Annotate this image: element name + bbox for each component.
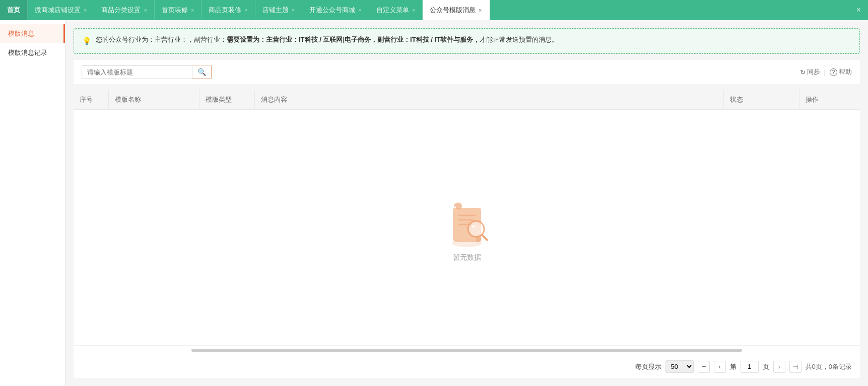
page-suffix: 页 (763, 362, 769, 371)
th-seq: 序号 (74, 90, 109, 109)
search-button[interactable]: 🔍 (192, 65, 212, 79)
table-container: 序号 模版名称 模版类型 消息内容 状态 操作 (74, 90, 860, 378)
help-label: 帮助 (839, 67, 852, 76)
sidebar: 模版消息 模版消息记录 (0, 20, 65, 386)
empty-state: 暂无数据 (74, 110, 860, 345)
notice-highlight: 需要设置为：主营行业：IT科技 / 互联网|电子商务，副营行业：IT科技 / I… (227, 36, 480, 43)
tab-category-settings-label: 商品分类设置 (101, 6, 141, 15)
notice-text: 您的公众号行业为：主营行业：，副营行业：需要设置为：主营行业：IT科技 / 互联… (96, 35, 851, 45)
help-button[interactable]: ? 帮助 (830, 67, 852, 76)
last-page-icon: ⊣ (793, 363, 798, 370)
tab-shop-theme-label: 店铺主题 (262, 6, 289, 15)
top-nav: 首页 微商城店铺设置 × 商品分类设置 × 首页装修 × 商品页装修 × 店铺主… (0, 0, 868, 20)
prev-page-button[interactable]: ‹ (714, 361, 726, 373)
tab-shop-settings-label: 微商城店铺设置 (35, 6, 81, 15)
notice-prefix: 您的公众号行业为：主营行业：，副营行业： (96, 36, 227, 43)
search-right: ↻ 同步 | ? 帮助 (800, 67, 852, 76)
tab-open-mall-close[interactable]: × (358, 7, 361, 13)
sync-label: 同步 (807, 67, 820, 76)
tab-open-mall[interactable]: 开通公众号商城 × (302, 0, 369, 20)
empty-illustration (437, 193, 497, 253)
sidebar-item-template-record[interactable]: 模版消息记录 (0, 43, 65, 62)
tab-custom-menu[interactable]: 自定义菜单 × (369, 0, 423, 20)
last-page-button[interactable]: ⊣ (789, 361, 802, 373)
sidebar-item-template-msg-label: 模版消息 (8, 30, 34, 37)
first-page-button[interactable]: ⊢ (698, 361, 710, 373)
sync-button[interactable]: ↻ 同步 (800, 67, 820, 76)
tab-category-settings[interactable]: 商品分类设置 × (94, 0, 154, 20)
fake-scrollbar[interactable] (191, 349, 742, 352)
tab-product-decor-label: 商品页装修 (209, 6, 241, 15)
search-left: 🔍 (82, 65, 212, 79)
th-name: 模版名称 (109, 90, 199, 109)
tab-template-msg-label: 公众号模版消息 (430, 6, 476, 15)
notice-suffix: 才能正常发送预置的消息。 (480, 36, 558, 43)
scrollbar-row (74, 345, 860, 355)
help-icon: ? (830, 68, 837, 76)
prev-page-icon: ‹ (719, 363, 721, 370)
th-action: 操作 (799, 90, 860, 109)
pagination: 每页显示 10 20 50 100 ⊢ ‹ 第 页 › (74, 355, 860, 378)
tab-template-msg[interactable]: 公众号模版消息 × (423, 0, 489, 20)
page-prefix: 第 (730, 362, 737, 371)
next-page-icon: › (778, 363, 780, 370)
empty-text: 暂无数据 (453, 253, 481, 262)
page-input[interactable] (741, 361, 759, 373)
notice-banner: 💡 您的公众号行业为：主营行业：，副营行业：需要设置为：主营行业：IT科技 / … (74, 28, 860, 54)
tab-home[interactable]: 首页 (0, 0, 28, 20)
content-area: 💡 您的公众号行业为：主营行业：，副营行业：需要设置为：主营行业：IT科技 / … (65, 20, 868, 386)
sync-icon: ↻ (800, 68, 806, 76)
notice-icon: 💡 (82, 35, 92, 47)
search-icon: 🔍 (197, 68, 206, 76)
th-content: 消息内容 (255, 90, 724, 109)
tab-shop-settings[interactable]: 微商城店铺设置 × (28, 0, 94, 20)
th-status: 状态 (724, 90, 799, 109)
tab-home-decor-close[interactable]: × (191, 7, 194, 13)
tab-shop-settings-close[interactable]: × (84, 7, 87, 13)
page-total: 共0页，0条记录 (806, 362, 852, 371)
tab-home-decor-label: 首页装修 (162, 6, 188, 15)
svg-point-8 (472, 225, 475, 228)
search-row: 🔍 ↻ 同步 | ? 帮助 (74, 60, 860, 84)
tab-custom-menu-close[interactable]: × (412, 7, 415, 13)
th-type: 模版类型 (199, 90, 255, 109)
tab-home-label: 首页 (7, 6, 20, 15)
next-page-button[interactable]: › (773, 361, 785, 373)
tab-home-decor[interactable]: 首页装修 × (155, 0, 202, 20)
sidebar-item-template-record-label: 模版消息记录 (8, 49, 47, 56)
tab-shop-theme[interactable]: 店铺主题 × (255, 0, 302, 20)
tab-product-decor-close[interactable]: × (244, 7, 247, 13)
tab-category-settings-close[interactable]: × (144, 7, 147, 13)
page-size-label: 每页显示 (635, 362, 661, 371)
page-size-select[interactable]: 10 20 50 100 (665, 360, 694, 373)
tab-product-decor[interactable]: 商品页装修 × (202, 0, 255, 20)
table-header: 序号 模版名称 模版类型 消息内容 状态 操作 (74, 90, 860, 110)
global-close-button[interactable]: × (849, 6, 868, 15)
main-layout: 模版消息 模版消息记录 💡 您的公众号行业为：主营行业：，副营行业：需要设置为：… (0, 20, 868, 386)
tab-custom-menu-label: 自定义菜单 (376, 6, 409, 15)
first-page-icon: ⊢ (701, 363, 706, 370)
sidebar-item-template-msg[interactable]: 模版消息 (0, 24, 65, 43)
svg-line-7 (482, 235, 487, 240)
tab-open-mall-label: 开通公众号商城 (309, 6, 355, 15)
search-divider: | (824, 68, 826, 76)
tab-template-msg-close[interactable]: × (479, 7, 482, 13)
search-input[interactable] (82, 65, 192, 79)
tab-shop-theme-close[interactable]: × (292, 7, 295, 13)
